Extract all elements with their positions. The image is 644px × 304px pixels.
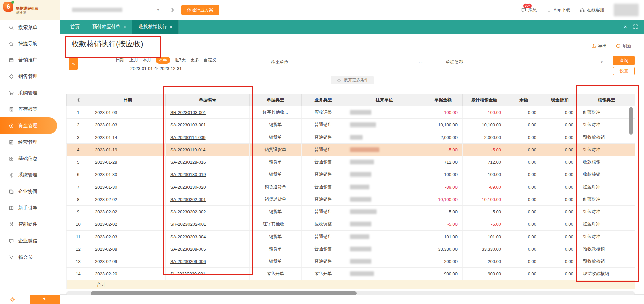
- topbar-settings-gear-icon[interactable]: [170, 7, 175, 13]
- table-row[interactable]: 92023-02-02SA-20230202-002销货单普通销售5.005.0…: [67, 206, 635, 218]
- sidebar-item-system[interactable]: 系统管理: [0, 167, 60, 183]
- column-header-0[interactable]: 日期: [90, 94, 166, 106]
- table-row[interactable]: 82023-02-02SA-20230202-001销货退货单普通销售-10,1…: [67, 193, 635, 206]
- doc-no-link[interactable]: SL-20230220-001: [170, 271, 205, 276]
- date-option-5[interactable]: 自定义: [203, 57, 216, 63]
- sidebar-settings-gear-icon[interactable]: [10, 297, 15, 302]
- doc-no-link[interactable]: SA-20230128-016: [170, 160, 206, 165]
- column-header-1[interactable]: 单据编号: [166, 94, 250, 106]
- messages-button[interactable]: 99+ 消息: [521, 7, 537, 13]
- export-button[interactable]: 导出: [591, 43, 607, 49]
- table-row[interactable]: 102023-02-02SR-20230202-001红字其他收...应收调整-…: [67, 218, 635, 231]
- settings-button[interactable]: 设置: [613, 67, 635, 75]
- doc-no-link[interactable]: SR-20230103-001: [170, 110, 206, 115]
- horizontal-scrollbar[interactable]: [66, 291, 635, 295]
- trial-solution-button[interactable]: 体验行业方案: [181, 5, 219, 15]
- table-row[interactable]: 72023-01-30SA-20230130-020销货退货单普通销售-89.0…: [67, 181, 635, 193]
- partner-input[interactable]: ···: [293, 58, 425, 65]
- sidebar-item-collaboration[interactable]: 企业协同: [0, 183, 60, 200]
- column-settings-header[interactable]: [67, 94, 90, 106]
- fullscreen-icon[interactable]: [633, 24, 638, 29]
- tab-close-icon[interactable]: ×: [170, 24, 172, 30]
- tab-prepay-writeoff[interactable]: 预付冲应付单×: [86, 20, 132, 34]
- doc-no-link[interactable]: SA-20230114-009: [170, 135, 206, 140]
- date-option-4[interactable]: 更多: [190, 57, 199, 63]
- doc-no-link[interactable]: SR-20230202-001: [170, 222, 206, 227]
- vertical-scrollbar-thumb[interactable]: [629, 107, 633, 135]
- table-row[interactable]: 62023-01-30SA-20230130-019销货单普通销售100.001…: [67, 168, 635, 181]
- search-button[interactable]: 查询: [613, 56, 635, 65]
- doc-type-cell: 销货单: [250, 243, 302, 255]
- doc-no-link[interactable]: SA-20230208-005: [170, 247, 206, 252]
- table-row[interactable]: 132023-02-09SA-20230209-006销货单普通销售200.00…: [67, 255, 635, 268]
- column-header-2[interactable]: 单据类型: [250, 94, 302, 106]
- doc-no-link[interactable]: SA-20230202-002: [170, 209, 206, 214]
- column-header-9[interactable]: 核销类型: [578, 94, 635, 106]
- column-header-8[interactable]: 现金折扣: [541, 94, 578, 106]
- doc-no-link[interactable]: SA-20230130-019: [170, 172, 206, 177]
- store-selector[interactable]: ▾: [68, 5, 163, 15]
- amount-cell: -100.00: [424, 106, 463, 119]
- sidebar-item-funds[interactable]: 资金管理: [0, 117, 57, 134]
- doc-no-link[interactable]: SA-20230209-006: [170, 259, 206, 264]
- column-header-3[interactable]: 业务类型: [302, 94, 345, 106]
- topbar: 6 畅捷通好生意 标准版 ▾ 体验行业方案 99+ 消息 App下载: [0, 0, 644, 20]
- date-option-3[interactable]: 近7天: [175, 57, 186, 63]
- date-option-1[interactable]: 本月: [143, 57, 151, 63]
- table-row[interactable]: 32023-01-14SA-20230114-009销货单普通销售2,000.0…: [67, 131, 635, 144]
- table-row[interactable]: 122023-02-08SA-20230208-005销货单普通销售33,330…: [67, 243, 635, 255]
- sidebar-item-guide[interactable]: 新手引导: [0, 200, 60, 216]
- sidebar-item-member[interactable]: 畅会员: [0, 249, 60, 265]
- tab-receipt-writeoff[interactable]: 收款核销执行×: [132, 20, 179, 34]
- app-download-button[interactable]: App下载: [546, 7, 570, 13]
- sidebar-item-smart-hardware[interactable]: 智能硬件: [0, 216, 60, 233]
- table-row[interactable]: 52023-01-28SA-20230128-016销货单普通销售712.007…: [67, 156, 635, 168]
- sidebar-item-operations[interactable]: 经营管理: [0, 134, 60, 150]
- doc-no-link[interactable]: SA-20230202-001: [170, 197, 206, 202]
- close-tabs-icon[interactable]: ×: [624, 23, 627, 30]
- tab-home[interactable]: 首页: [64, 20, 86, 34]
- column-header-5[interactable]: 单据金额: [424, 94, 463, 106]
- column-header-4[interactable]: 往来单位: [345, 94, 424, 106]
- verify-type-cell: 预收款核销: [578, 131, 635, 144]
- sidebar-item-purchase[interactable]: 采购管理: [0, 85, 60, 101]
- amount-cell: 100.00: [424, 168, 463, 181]
- collapse-filter-button[interactable]: »: [69, 58, 78, 70]
- table-row[interactable]: 142023-02-20SL-20230220-001零售开单零售开单900.0…: [67, 268, 635, 280]
- sidebar-item-sales[interactable]: 销售管理: [0, 68, 60, 85]
- date-range-value[interactable]: 2023-01-01 至 2023-12-31: [130, 66, 216, 72]
- doc-no-link[interactable]: SA-20230203-004: [170, 234, 206, 239]
- expand-more-button[interactable]: 展开更多条件: [331, 76, 374, 84]
- table-row[interactable]: 22023-01-03SA-20230103-001销货单普通销售10,100.…: [67, 119, 635, 131]
- sidebar-item-wecom[interactable]: 企业微信: [0, 233, 60, 249]
- date-option-2[interactable]: 本年: [156, 57, 170, 64]
- online-support-button[interactable]: 在线客服: [580, 7, 604, 13]
- column-header-6[interactable]: 累计核销金额: [463, 94, 506, 106]
- table-row[interactable]: 42023-01-19SA-20230119-014销货退货单普通销售-5.00…: [67, 144, 635, 156]
- amount-cell: -5.00: [424, 218, 463, 231]
- table-row[interactable]: 112023-02-03SA-20230203-004销货单普通销售101.00…: [67, 231, 635, 243]
- sidebar-item-search-menu[interactable]: 搜索菜单: [0, 20, 60, 35]
- refresh-button[interactable]: 刷新: [615, 43, 631, 49]
- settled-cell: -89.00: [463, 181, 506, 193]
- sidebar-item-base-info[interactable]: 基础信息: [0, 150, 60, 167]
- avatar[interactable]: [614, 4, 639, 16]
- discount-cell: 0.00: [541, 255, 578, 268]
- balance-cell: 0.00: [506, 268, 541, 280]
- doc-no-link[interactable]: SA-20230103-001: [170, 122, 206, 128]
- doc-no-link[interactable]: SA-20230119-014: [170, 147, 206, 152]
- sidebar-item-quick-nav[interactable]: 快捷导航: [0, 35, 60, 52]
- sidebar-item-inventory[interactable]: 库存核算: [0, 101, 60, 117]
- column-header-7[interactable]: 余额: [506, 94, 541, 106]
- table-row[interactable]: 12023-01-03SR-20230103-001红字其他收...应收调整-1…: [67, 106, 635, 119]
- horizontal-scrollbar-thumb[interactable]: [91, 291, 357, 295]
- collapse-sidebar-button[interactable]: [30, 295, 60, 304]
- tab-close-icon[interactable]: ×: [123, 24, 126, 30]
- date-option-0[interactable]: 上月: [129, 57, 138, 63]
- more-icon[interactable]: ···: [419, 59, 424, 64]
- expand-more-label: 展开更多条件: [344, 77, 368, 83]
- doc-no-cell: SA-20230119-014: [166, 144, 250, 156]
- doc-no-link[interactable]: SA-20230130-020: [170, 185, 206, 190]
- sidebar-item-marketing[interactable]: 营销推广: [0, 52, 60, 68]
- doc-type-select[interactable]: ▾: [468, 58, 603, 65]
